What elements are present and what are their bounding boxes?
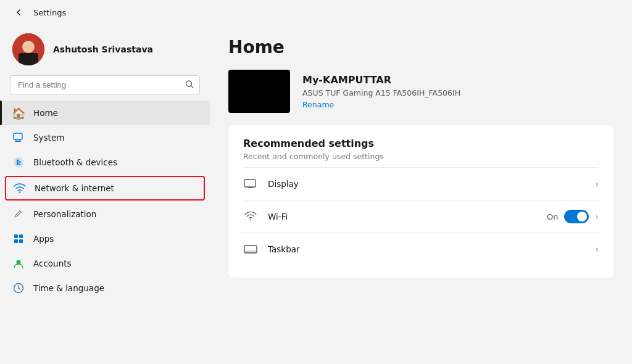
sidebar-item-bluetooth[interactable]: Bluetooth & devices	[0, 150, 210, 175]
sidebar-item-label: Network & internet	[35, 183, 114, 193]
sidebar-item-label: Apps	[33, 234, 54, 244]
rec-item-taskbar[interactable]: Taskbar ›	[243, 233, 599, 265]
device-card: My-KAMPUTTAR ASUS TUF Gaming A15 FA506IH…	[228, 70, 613, 113]
page-title: Home	[228, 37, 613, 57]
window-title: Settings	[33, 8, 66, 17]
avatar	[12, 33, 44, 65]
sidebar-item-network[interactable]: Network & internet	[5, 176, 205, 201]
search-input[interactable]	[10, 75, 200, 94]
system-icon	[12, 131, 25, 144]
search-box[interactable]	[10, 75, 200, 94]
network-icon	[14, 182, 26, 194]
sidebar-item-label: Accounts	[33, 259, 72, 268]
svg-line-18	[19, 288, 20, 289]
user-profile[interactable]: Ashutosh Srivastava	[0, 25, 210, 75]
toggle-knob	[577, 212, 587, 221]
display-icon	[243, 176, 258, 191]
svg-rect-12	[19, 234, 23, 238]
device-model: ASUS TUF Gaming A15 FA506IH_FA506IH	[302, 88, 460, 97]
svg-rect-5	[14, 133, 22, 139]
chevron-right-icon: ›	[595, 244, 599, 254]
svg-point-22	[250, 219, 251, 220]
device-info: My-KAMPUTTAR ASUS TUF Gaming A15 FA506IH…	[302, 74, 460, 109]
device-name: My-KAMPUTTAR	[302, 74, 460, 86]
wifi-toggle[interactable]	[564, 210, 589, 223]
svg-rect-24	[244, 250, 257, 253]
wifi-icon	[243, 209, 258, 224]
time-icon	[12, 282, 25, 294]
svg-rect-19	[244, 180, 256, 187]
back-button[interactable]	[10, 4, 27, 21]
chevron-right-icon: ›	[595, 212, 599, 221]
bluetooth-icon	[12, 156, 25, 168]
sidebar-item-accounts[interactable]: Accounts	[0, 251, 210, 276]
svg-point-10	[19, 191, 20, 192]
title-bar: Settings	[0, 0, 632, 25]
svg-rect-1	[19, 53, 38, 65]
sidebar-item-personalization[interactable]: Personalization	[0, 202, 210, 226]
accounts-icon	[12, 257, 25, 270]
sidebar-item-home[interactable]: 🏠 Home	[0, 101, 210, 125]
svg-rect-13	[14, 239, 18, 243]
device-thumbnail	[228, 70, 290, 113]
sidebar: Ashutosh Srivastava 🏠 Home	[0, 25, 210, 364]
recommended-section: Recommended settings Recent and commonly…	[228, 125, 613, 278]
display-label: Display	[268, 179, 585, 189]
svg-rect-6	[15, 141, 21, 142]
apps-icon	[12, 233, 25, 245]
wifi-label: Wi-Fi	[268, 212, 537, 221]
user-name: Ashutosh Srivastava	[53, 44, 153, 54]
svg-point-2	[22, 41, 35, 53]
recommended-subtitle: Recent and commonly used settings	[243, 152, 599, 161]
rename-link[interactable]: Rename	[302, 100, 460, 109]
svg-rect-11	[14, 234, 18, 238]
personalization-icon	[12, 208, 25, 220]
wifi-status-text: On	[547, 212, 558, 221]
rec-item-wifi[interactable]: Wi-Fi On ›	[243, 200, 599, 233]
sidebar-item-apps[interactable]: Apps	[0, 226, 210, 251]
sidebar-item-label: System	[33, 133, 64, 143]
sidebar-item-label: Personalization	[33, 209, 96, 219]
taskbar-label: Taskbar	[268, 244, 585, 254]
sidebar-item-label: Home	[33, 108, 58, 118]
svg-rect-14	[19, 239, 23, 243]
home-icon: 🏠	[12, 107, 25, 119]
display-right: ›	[595, 179, 599, 189]
taskbar-right: ›	[595, 244, 599, 254]
sidebar-item-label: Bluetooth & devices	[33, 157, 117, 167]
sidebar-item-time[interactable]: Time & language	[0, 276, 210, 300]
sidebar-item-system[interactable]: System	[0, 125, 210, 150]
rec-item-display[interactable]: Display ›	[243, 167, 599, 200]
main-layout: Ashutosh Srivastava 🏠 Home	[0, 25, 632, 364]
taskbar-icon	[243, 242, 258, 257]
chevron-right-icon: ›	[595, 179, 599, 189]
recommended-title: Recommended settings	[243, 138, 599, 149]
svg-point-9	[14, 157, 23, 167]
wifi-right: On ›	[547, 210, 599, 223]
content-area: Home My-KAMPUTTAR ASUS TUF Gaming A15 FA…	[210, 25, 632, 364]
sidebar-item-label: Time & language	[33, 283, 104, 293]
